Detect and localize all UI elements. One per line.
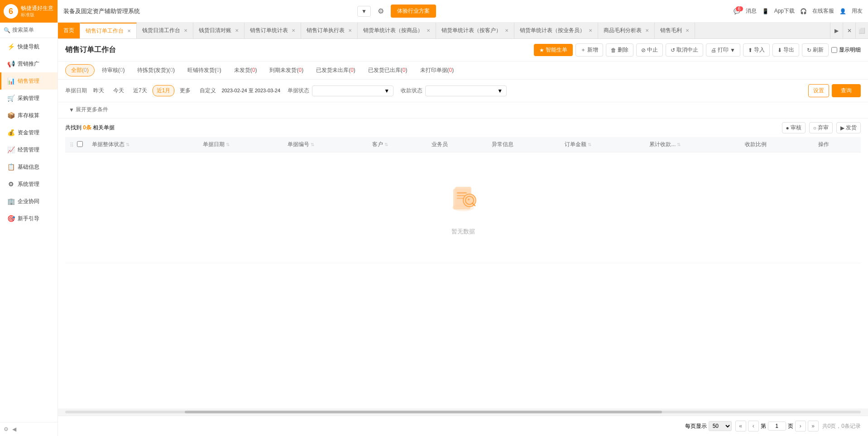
show-detail-checkbox[interactable]: [831, 47, 837, 53]
tab-maximize[interactable]: ⬜: [855, 23, 868, 39]
sidebar-item-sales[interactable]: 📊销售管理: [0, 72, 58, 90]
filter-tab-已发货未出库[interactable]: 已发货未出库(0): [311, 65, 361, 76]
search-icon: 🔍: [4, 27, 10, 33]
select-all-checkbox[interactable]: [77, 141, 83, 147]
cancel-audit-btn[interactable]: ○ 弃审: [809, 122, 833, 133]
page-size-dropdown[interactable]: 50 100 200: [709, 421, 732, 431]
page-size-select: 每页显示 50 100 200: [685, 421, 732, 431]
last-page-btn[interactable]: »: [808, 421, 819, 431]
tab-close-btn[interactable]: ✕: [645, 28, 649, 33]
filter-tab-待拣货(发货)[interactable]: 待拣货(发货)(0): [132, 65, 180, 76]
print-btn[interactable]: 🖨 打印 ▼: [706, 43, 740, 57]
sort-status[interactable]: 单据整体状态 ⇅: [92, 141, 193, 148]
refresh-btn[interactable]: ↻ 刷新: [802, 43, 829, 57]
add-btn[interactable]: ＋ 新增: [575, 43, 603, 57]
stop-btn[interactable]: ⊘ 中止: [636, 43, 663, 57]
tab-4[interactable]: 销售订单统计表✕: [245, 23, 301, 39]
tab-close-btn[interactable]: ✕: [589, 28, 592, 33]
horizontal-scrollbar[interactable]: [58, 408, 868, 416]
sidebar-item-operations[interactable]: 📈经营管理: [0, 141, 58, 158]
sidebar-item-guide[interactable]: 🎯新手引导: [0, 210, 58, 227]
tab-5[interactable]: 销售订单执行表✕: [301, 23, 358, 39]
sidebar-item-quick-nav[interactable]: ⚡快捷导航: [0, 38, 58, 55]
tab-close-btn[interactable]: ✕: [184, 28, 187, 33]
payment-select[interactable]: ▼: [425, 85, 507, 96]
sort-date[interactable]: 单据日期 ⇅: [203, 141, 278, 148]
sidebar-item-marketing[interactable]: 📢营销推广: [0, 55, 58, 72]
export-btn[interactable]: ⬇ 导出: [772, 43, 799, 57]
tab-0[interactable]: 首页: [58, 23, 80, 39]
date-option-今天[interactable]: 今天: [110, 85, 128, 96]
filter-tab-未发货[interactable]: 未发货(0): [229, 65, 263, 76]
message-icon[interactable]: 💬 6: [734, 8, 740, 14]
date-option-更多[interactable]: 更多: [176, 85, 194, 96]
tab-close-btn[interactable]: ✕: [127, 28, 131, 33]
status-select[interactable]: ▼: [312, 85, 393, 96]
tab-close-all[interactable]: ✕: [843, 23, 855, 39]
smart-create-btn[interactable]: ★ 智能生单: [534, 44, 573, 56]
first-page-btn[interactable]: «: [735, 421, 746, 431]
sidebar-item-finance[interactable]: 💰资金管理: [0, 124, 58, 141]
tab-8[interactable]: 销货单统计表（按业务员）✕: [514, 23, 598, 39]
filter-tab-到期未发货[interactable]: 到期未发货(0): [264, 65, 309, 76]
filter-tab-全部[interactable]: 全部(0): [65, 64, 95, 76]
search-menu[interactable]: 🔍 搜索菜单: [0, 23, 58, 38]
sidebar-item-enterprise[interactable]: 🏢企业协同: [0, 193, 58, 210]
nav-icon: 📈: [7, 146, 15, 154]
topbar-gear[interactable]: ⚙: [374, 5, 387, 18]
nav-label: 基础信息: [18, 163, 39, 171]
tab-6[interactable]: 销货单统计表（按商品）✕: [358, 23, 436, 39]
tab-close-btn[interactable]: ✕: [348, 28, 352, 33]
tab-9[interactable]: 商品毛利分析表✕: [598, 23, 655, 39]
date-option-近7天[interactable]: 近7天: [129, 85, 151, 96]
tab-close-btn[interactable]: ✕: [235, 28, 239, 33]
sidebar-item-inventory[interactable]: 📦库存核算: [0, 107, 58, 124]
settings-btn[interactable]: 设置: [808, 84, 829, 97]
tab-close-btn[interactable]: ✕: [686, 28, 689, 33]
sidebar-item-basic-info[interactable]: 📋基础信息: [0, 158, 58, 175]
tab-10[interactable]: 销售毛利✕: [655, 23, 695, 39]
expand-conditions-btn[interactable]: ▼ 展开更多条件: [65, 104, 861, 115]
query-btn[interactable]: 查询: [832, 84, 861, 97]
tab-close-btn[interactable]: ✕: [292, 28, 295, 33]
tab-2[interactable]: 钱货日清工作台✕: [137, 23, 193, 39]
date-option-昨天[interactable]: 昨天: [90, 85, 108, 96]
collapse-icon[interactable]: ◀: [12, 426, 16, 432]
tab-list: 首页销售订单工作台✕钱货日清工作台✕钱货日清对账✕销售订单统计表✕销售订单执行表…: [58, 23, 830, 39]
summary-text: 共找到 0条 相关单据: [65, 124, 115, 132]
topbar-dropdown[interactable]: ▼: [357, 6, 371, 17]
delete-btn[interactable]: 🗑 删除: [606, 43, 633, 57]
date-option-自定义[interactable]: 自定义: [196, 85, 220, 96]
filter-tab-已发货已出库[interactable]: 已发货已出库(0): [363, 65, 413, 76]
industry-btn[interactable]: 体验行业方案: [391, 5, 436, 18]
tab-7[interactable]: 销货单统计表（按客户）✕: [436, 23, 514, 39]
tab-close-btn[interactable]: ✕: [505, 28, 508, 33]
sort-amount[interactable]: 订单金额 ⇅: [565, 141, 640, 148]
status-label: 单据状态: [288, 87, 309, 95]
page-total: 共0页，0条记录: [822, 422, 861, 430]
tab-close-btn[interactable]: ✕: [427, 28, 430, 33]
prev-page-btn[interactable]: ‹: [748, 421, 759, 431]
page-number-input[interactable]: [768, 422, 786, 431]
audit-btn[interactable]: ● 审核: [782, 122, 806, 133]
content-area: 销售订单工作台 ★ 智能生单 ＋ 新增 🗑 删除 ⊘ 中止: [58, 39, 868, 436]
cancel-stop-btn[interactable]: ↺ 取消中止: [666, 43, 703, 57]
filter-tab-待审核[interactable]: 待审核(0): [96, 65, 130, 76]
settings-icon[interactable]: ⚙: [4, 426, 9, 432]
sort-customer[interactable]: 客户 ⇅: [372, 141, 422, 148]
tab-scroll-right[interactable]: ▶: [830, 23, 843, 39]
tab-1[interactable]: 销售订单工作台✕: [80, 23, 137, 39]
sort-collected[interactable]: 累计收款... ⇅: [649, 141, 736, 148]
import-btn[interactable]: ⬆ 导入: [743, 43, 770, 57]
sidebar-item-system[interactable]: ⚙系统管理: [0, 175, 58, 193]
tab-3[interactable]: 钱货日清对账✕: [193, 23, 245, 39]
expand-icon: ▼: [69, 107, 74, 113]
next-page-btn[interactable]: ›: [795, 421, 806, 431]
ship-btn[interactable]: ▶ 发货: [836, 122, 861, 133]
date-option-近1月[interactable]: 近1月: [153, 85, 175, 96]
scrollbar-thumb[interactable]: [185, 411, 662, 413]
filter-tab-旺铺待发货[interactable]: 旺铺待发货(0): [182, 65, 227, 76]
sidebar-item-purchase[interactable]: 🛒采购管理: [0, 90, 58, 107]
filter-tab-未打印单据[interactable]: 未打印单据(0): [415, 65, 460, 76]
sort-number[interactable]: 单据编号 ⇅: [288, 141, 363, 148]
